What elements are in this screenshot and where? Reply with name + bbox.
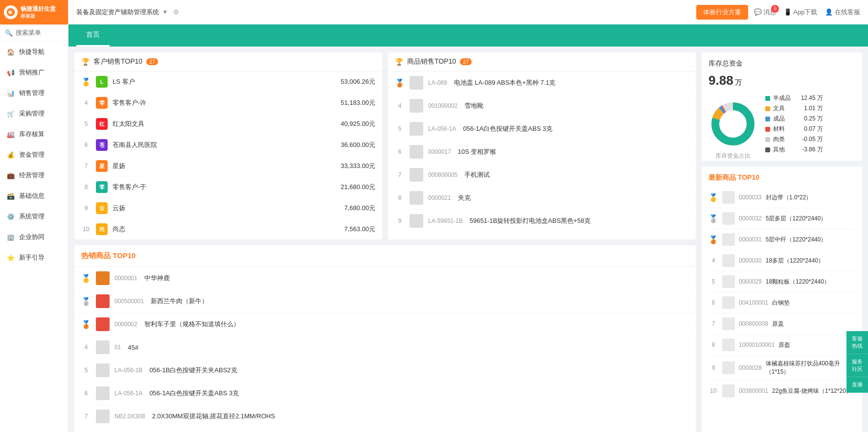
hot-product-row: 5 LA-056-1B 056-1B白色按键开关夹ABS2克 <box>74 359 696 382</box>
customer-avatar: 零 <box>96 97 108 109</box>
customer-name: 云扬 <box>113 204 339 213</box>
rank-number: 10 <box>708 387 718 394</box>
legend-value: 0.25 万 <box>794 115 823 123</box>
online-service[interactable]: 👤 在线客服 <box>825 8 860 17</box>
latest-product-img <box>722 384 735 397</box>
product-sales-row: 6 0000017 10S 变相罗猴 <box>388 141 696 164</box>
customer-name: 零售客户-许 <box>113 98 336 107</box>
rank-number: 6 <box>81 390 91 397</box>
customer-amount: 7,680.00元 <box>344 204 375 213</box>
customer-name: 苍南县人民医院 <box>113 141 336 149</box>
sidebar-item-inventory[interactable]: 🏭 库存核算 <box>0 124 68 144</box>
latest-title-suffix: TOP10 <box>738 173 759 181</box>
donut-chart: 库存资金占比 <box>708 99 757 148</box>
sidebar-item-label: 资金管理 <box>19 150 45 159</box>
product-code: 0000017 <box>428 148 451 155</box>
sidebar-item-system[interactable]: ⚙️ 系统管理 <box>0 206 68 227</box>
sidebar-item-label: 快捷导航 <box>19 48 45 56</box>
sidebar-search[interactable]: 🔍 搜索菜单 <box>0 24 68 42</box>
sidebar-logo: 畅 畅捷通好生意 标签版 <box>0 0 68 24</box>
product-img-placeholder <box>96 340 110 354</box>
sidebar-item-quicknav[interactable]: 🏠 快捷导航 <box>0 42 68 62</box>
hot-products-card: 热销商品 TOP10 🥇 0000001 中华神鹿 🥈 000500001 新西… <box>74 245 696 432</box>
warehouse-icon: 🏭 <box>6 130 15 139</box>
customer-amount: 51,183.00元 <box>341 98 375 107</box>
latest-product-name: 白钢垫 <box>772 299 855 307</box>
latest-product-code: 0000030 <box>739 257 762 264</box>
hot-product-row: 🥇 0000001 中华神鹿 <box>74 267 696 290</box>
app-download[interactable]: 📱 App下载 <box>784 8 817 17</box>
sidebar-item-label: 采购管理 <box>19 109 45 118</box>
database-icon: 🗃️ <box>6 192 15 200</box>
product-img-placeholder <box>410 168 423 182</box>
hot-product-name: 45# <box>128 344 689 351</box>
sidebar-item-operations[interactable]: 💼 经营管理 <box>0 165 68 186</box>
latest-product-img <box>722 212 735 225</box>
settings-icon[interactable]: ⚙ <box>173 8 179 16</box>
legend-item: 成品 0.25 万 <box>765 115 823 123</box>
sidebar-item-finance[interactable]: 💰 资金管理 <box>0 144 68 165</box>
hot-product-row: 7 NB2.0X30B 2.0X30MM双搓花轴,搓花直径2.1MM/ROHS <box>74 405 696 428</box>
latest-product-row: 10 003800001 22g鱼豆腐-烧烤味（1*12*20） <box>708 381 855 401</box>
rank-number: 4 <box>81 99 91 106</box>
latest-product-name: 原盔 <box>778 341 855 349</box>
latest-product-img <box>722 296 735 309</box>
rank-number: 8 <box>708 341 718 348</box>
rank-number: 6 <box>395 148 405 155</box>
legend-item: 材料 0.07 万 <box>765 125 823 133</box>
hot-product-name: 智利车子里（规格不知道填什么） <box>144 320 689 329</box>
sidebar-item-sales[interactable]: 📊 销售管理 <box>0 83 68 103</box>
latest-product-img <box>722 275 735 288</box>
bag-icon: 🛒 <box>6 109 15 118</box>
money-icon: 💰 <box>6 150 15 159</box>
product-name: 59651-1B旋转投影灯电池盒ABS黑色+58克 <box>470 216 689 225</box>
float-btn-live[interactable]: 直播 <box>846 377 868 393</box>
product-img-placeholder <box>410 76 423 90</box>
megaphone-icon: 📢 <box>6 68 15 77</box>
sidebar-item-label: 新手引导 <box>19 253 45 262</box>
sidebar-item-label: 系统管理 <box>19 212 45 221</box>
customer-top10-header: 🏆 客户销售TOP10 27 <box>74 52 382 72</box>
online-service-label: 在线客服 <box>835 8 860 16</box>
inventory-title: 库存总资金 <box>708 59 855 68</box>
product-sales-top10-title: 商品销售TOP10 <box>407 57 456 66</box>
float-btn-service[interactable]: 客服热线 <box>846 331 868 354</box>
header-actions: 💬 消息 6 📱 App下载 👤 在线客服 <box>754 8 860 17</box>
hot-products-header: 热销商品 TOP10 <box>74 245 696 267</box>
content-main: 🏆 客户销售TOP10 27 🥇 L LS 客户 53,006.26元 4 零 … <box>69 47 702 432</box>
tab-home[interactable]: 首页 <box>76 24 110 47</box>
hot-product-code: 01 <box>114 344 121 351</box>
latest-product-row: 5 0000029 18颗粒板（1220*2440） <box>708 271 855 292</box>
sidebar-item-purchase[interactable]: 🛒 采购管理 <box>0 103 68 124</box>
hot-product-code: 0000001 <box>114 275 137 282</box>
product-name: 10S 变相罗猴 <box>458 147 689 156</box>
hot-product-row: 6 LA-056-1A 056-1A白色按键开关盖ABS 3克 <box>74 382 696 405</box>
customer-amount: 36,600.00元 <box>341 141 375 149</box>
rank-number: 8 <box>81 184 91 191</box>
legend-label: 材料 <box>773 125 785 133</box>
hot-product-code: LA-056-1B <box>114 367 142 374</box>
latest-product-img <box>722 361 735 374</box>
customer-row: 8 零 零售客户-于 21,680.00元 <box>74 177 382 198</box>
sidebar-item-enterprise[interactable]: 🏢 企业协同 <box>0 227 68 247</box>
chevron-down-icon[interactable]: ▼ <box>162 8 168 16</box>
float-btn-community[interactable]: 服务社区 <box>846 354 868 377</box>
app-download-label: App下载 <box>793 8 817 16</box>
sidebar-item-basic[interactable]: 🗃️ 基础信息 <box>0 186 68 206</box>
product-img-placeholder <box>410 99 423 113</box>
rank-number: 7 <box>81 413 91 420</box>
latest-product-code: 003800001 <box>739 387 768 394</box>
legend-value: -3.86 万 <box>794 145 823 154</box>
product-img <box>96 271 110 285</box>
try-plan-button[interactable]: 体验行业方案 <box>696 5 748 20</box>
chart-row: 库存资金占比 半成品 12.45 万 文具 1.01 万 成品 0.25 万 材… <box>708 94 855 154</box>
product-name: 电池盖 LA-089 ABS本色+黑种 7.1克 <box>454 78 689 87</box>
customer-row: 4 零 零售客户-许 51,183.00元 <box>74 93 382 114</box>
sidebar-item-marketing[interactable]: 📢 营销推广 <box>0 62 68 83</box>
latest-product-img <box>722 254 735 267</box>
sidebar-item-label: 营销推广 <box>19 68 45 77</box>
briefcase-icon: 💼 <box>6 171 15 180</box>
sidebar-item-guide[interactable]: ⭐ 新手引导 <box>0 247 68 268</box>
customer-avatar: 云 <box>96 202 108 214</box>
message-badge[interactable]: 💬 消息 6 <box>754 8 777 17</box>
